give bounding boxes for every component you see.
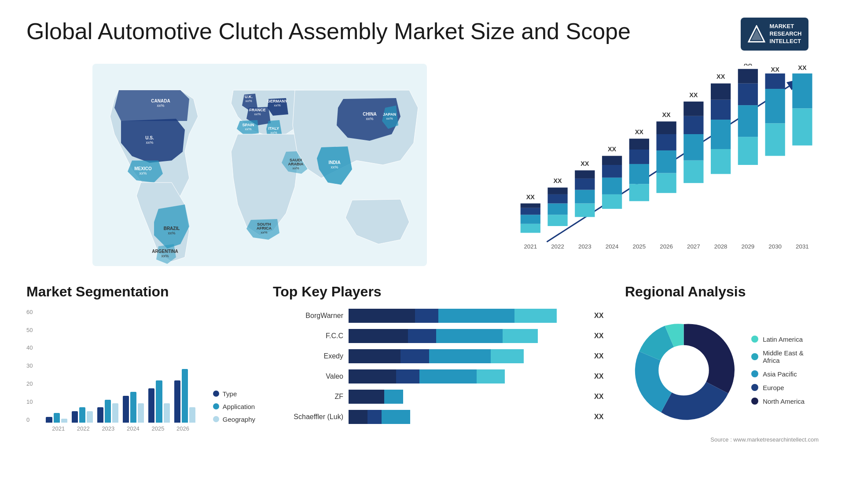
seg-bar-app — [130, 392, 136, 422]
player-bar-schaeffler — [349, 410, 585, 424]
legend-color-north-america — [751, 398, 758, 405]
svg-text:XX: XX — [580, 160, 589, 167]
legend-label-asia-pacific: Asia Pacific — [763, 370, 797, 378]
svg-text:CHINA: CHINA — [363, 112, 377, 117]
svg-rect-86 — [738, 105, 758, 137]
svg-rect-58 — [602, 156, 622, 165]
svg-text:XX: XX — [526, 194, 535, 201]
svg-rect-39 — [521, 208, 540, 214]
svg-text:XX: XX — [716, 73, 725, 80]
seg-bar-app — [54, 413, 60, 423]
svg-text:AFRICA: AFRICA — [257, 226, 272, 230]
svg-rect-45 — [547, 194, 567, 204]
seg-bars — [46, 369, 195, 422]
player-name-fcc: F.C.C — [273, 332, 343, 340]
svg-text:xx%: xx% — [270, 131, 277, 135]
svg-rect-81 — [711, 99, 731, 119]
svg-text:XX: XX — [608, 146, 617, 153]
svg-text:xx%: xx% — [139, 171, 147, 175]
regional-title: Regional Analysis — [625, 284, 819, 300]
legend-color-europe — [751, 384, 758, 391]
seg-bar-type — [174, 380, 180, 422]
player-bar-fcc — [349, 329, 585, 343]
seg-year-2026 — [174, 369, 195, 422]
svg-rect-52 — [575, 170, 595, 179]
donut-chart — [625, 309, 742, 432]
svg-text:INDIA: INDIA — [328, 160, 340, 165]
player-row-exedy: Exedy XX — [273, 349, 607, 363]
svg-text:xx%: xx% — [245, 99, 252, 103]
legend-dot-geography — [213, 416, 219, 422]
logo-icon — [748, 25, 765, 43]
segmentation-chart: 60 50 40 30 20 10 0 — [26, 309, 255, 432]
map-area: CANADA xx% U.S. xx% MEXICO xx% BRAZIL xx… — [26, 64, 493, 266]
svg-rect-38 — [521, 215, 540, 224]
seg-bar-geo — [112, 403, 118, 422]
svg-text:XX: XX — [662, 111, 671, 118]
legend-type: Type — [213, 390, 255, 398]
legend-application: Application — [213, 403, 255, 410]
seg-bar-app — [79, 407, 85, 423]
svg-text:2031: 2031 — [796, 243, 809, 250]
player-xx-borgwarner: XX — [594, 312, 607, 320]
svg-text:FRANCE: FRANCE — [249, 108, 266, 112]
seg-year-2021 — [46, 413, 67, 423]
legend-latin-america: Latin America — [751, 336, 819, 343]
svg-text:ARABIA: ARABIA — [288, 162, 304, 166]
svg-rect-97 — [792, 73, 812, 108]
svg-rect-80 — [711, 120, 731, 149]
seg-bar-type — [46, 417, 52, 423]
player-xx-fcc: XX — [594, 332, 607, 340]
seg-bar-app — [105, 400, 111, 423]
player-bar-zf — [349, 390, 585, 404]
svg-rect-63 — [629, 150, 649, 164]
svg-text:MEXICO: MEXICO — [134, 166, 152, 171]
svg-text:xx%: xx% — [261, 230, 267, 234]
player-row-valeo: Valeo XX — [273, 369, 607, 383]
seg-year-2024 — [123, 392, 144, 422]
svg-text:XX: XX — [798, 64, 807, 71]
svg-text:CANADA: CANADA — [151, 99, 170, 103]
svg-text:xx%: xx% — [254, 112, 261, 116]
logo-area: MARKET RESEARCH INTELLECT — [731, 18, 819, 51]
svg-rect-61 — [629, 184, 649, 201]
donut-legend: Latin America Middle East & Africa Asia … — [751, 336, 819, 405]
player-row-borgwarner: BorgWarner XX — [273, 309, 607, 323]
svg-rect-64 — [629, 139, 649, 150]
segmentation-title: Market Segmentation — [26, 284, 255, 300]
world-map: CANADA xx% U.S. xx% MEXICO xx% BRAZIL xx… — [26, 64, 493, 266]
legend-color-middle-east — [751, 353, 758, 360]
player-name-zf: ZF — [273, 393, 343, 401]
svg-rect-68 — [656, 150, 676, 173]
player-bar-borgwarner — [349, 309, 585, 323]
svg-text:xx%: xx% — [292, 166, 299, 170]
svg-rect-74 — [683, 134, 703, 161]
seg-bar-app — [156, 380, 162, 422]
seg-bar-type — [148, 388, 154, 423]
page-title: Global Automotive Clutch Assembly Market… — [26, 18, 631, 45]
seg-bar-type — [123, 396, 129, 423]
svg-rect-73 — [683, 160, 703, 183]
svg-rect-37 — [521, 223, 540, 233]
seg-x-axis: 2021 2022 2023 2024 2025 2026 — [46, 425, 195, 432]
svg-text:2021: 2021 — [524, 243, 537, 250]
svg-text:xx%: xx% — [245, 127, 251, 131]
top-section: CANADA xx% U.S. xx% MEXICO xx% BRAZIL xx… — [26, 64, 819, 266]
legend-label-middle-east: Middle East & Africa — [763, 349, 819, 364]
player-row-schaeffler: Schaeffler (Luk) XX — [273, 410, 607, 424]
seg-legend: Type Application Geography — [209, 390, 255, 432]
player-row-fcc: F.C.C XX — [273, 329, 607, 343]
seg-year-2025 — [148, 380, 169, 422]
svg-text:JAPAN: JAPAN — [383, 112, 396, 117]
svg-text:2027: 2027 — [687, 243, 700, 250]
svg-rect-44 — [547, 203, 567, 215]
donut-hole — [658, 345, 709, 395]
legend-label-latin-america: Latin America — [763, 336, 803, 343]
player-xx-zf: XX — [594, 393, 607, 401]
svg-rect-51 — [575, 179, 595, 190]
svg-rect-56 — [602, 177, 622, 194]
svg-text:xx%: xx% — [146, 140, 153, 145]
legend-dot-type — [213, 391, 219, 397]
players-title: Top Key Players — [273, 284, 607, 300]
svg-rect-76 — [683, 102, 703, 116]
